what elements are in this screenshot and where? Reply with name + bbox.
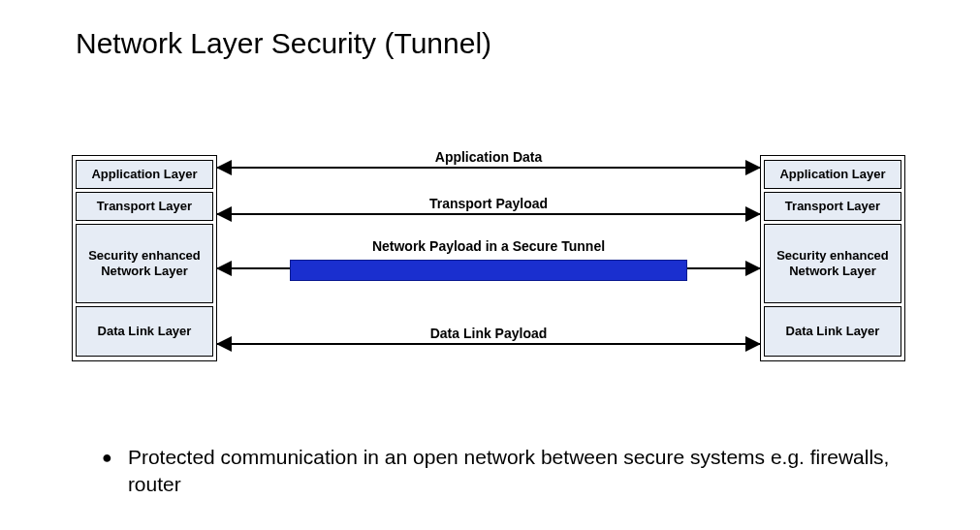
slide-title: Network Layer Security (Tunnel)	[76, 27, 491, 60]
arrow-transport: Transport Payload	[217, 196, 760, 215]
left-transport-layer: Transport Layer	[76, 192, 213, 221]
right-layer-stack: Application Layer Transport Layer Securi…	[760, 155, 905, 361]
arrow-datalink: Data Link Payload	[217, 326, 760, 345]
right-secnet-layer: Security enhanced Network Layer	[764, 224, 901, 303]
right-app-layer: Application Layer	[764, 160, 901, 189]
arrow-app: Application Data	[217, 149, 760, 169]
arrow-app-label: Application Data	[217, 149, 760, 165]
left-layer-stack: Application Layer Transport Layer Securi…	[72, 155, 217, 361]
left-secnet-layer: Security enhanced Network Layer	[76, 224, 213, 303]
left-datalink-layer: Data Link Layer	[76, 306, 213, 357]
double-arrow-icon	[217, 213, 760, 215]
right-transport-layer: Transport Layer	[764, 192, 901, 221]
bullet-text: Protected communication in an open netwo…	[128, 444, 897, 499]
arrow-transport-label: Transport Payload	[217, 196, 760, 211]
arrow-secnet-label: Network Payload in a Secure Tunnel	[217, 238, 760, 254]
bullet-dot-icon: ●	[102, 444, 112, 499]
double-arrow-icon	[217, 343, 760, 345]
secure-tunnel-bar	[290, 260, 687, 281]
arrow-datalink-label: Data Link Payload	[217, 326, 760, 341]
right-datalink-layer: Data Link Layer	[764, 306, 901, 357]
double-arrow-icon	[217, 167, 760, 169]
left-app-layer: Application Layer	[76, 160, 213, 189]
tunnel-diagram: Application Layer Transport Layer Securi…	[72, 155, 905, 388]
bullet-point: ● Protected communication in an open net…	[102, 444, 897, 499]
